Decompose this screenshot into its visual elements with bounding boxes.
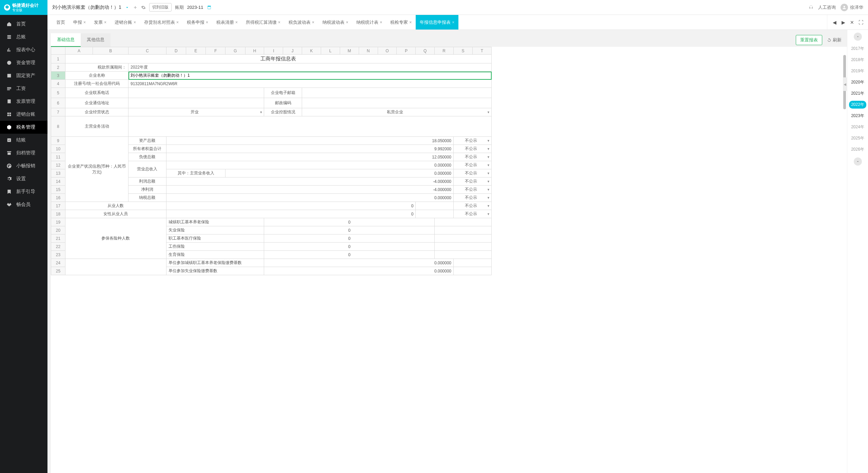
refresh-button[interactable]: 刷新: [827, 37, 842, 43]
holding-select[interactable]: 私营企业: [302, 108, 492, 116]
tabs-prev-icon[interactable]: ◀: [831, 20, 837, 25]
row-header-25[interactable]: 25: [51, 267, 65, 275]
account-settings-icon[interactable]: [141, 5, 146, 10]
ins-value-3[interactable]: 0: [264, 243, 435, 251]
account-dropdown-icon[interactable]: [125, 5, 130, 10]
fin-value-3[interactable]: 0.000000: [166, 161, 453, 169]
sidebar-item-vip[interactable]: 畅会员: [0, 198, 47, 211]
row-header-9[interactable]: 9: [51, 137, 65, 145]
ins-value-1[interactable]: 0: [264, 226, 435, 234]
col-header-H[interactable]: H: [245, 47, 264, 55]
female-employees-value[interactable]: 0: [166, 210, 415, 218]
row-header-23[interactable]: 23: [51, 251, 65, 259]
fin-disc-3[interactable]: 不公示: [454, 161, 492, 169]
main-biz-input[interactable]: [129, 116, 492, 137]
support-label[interactable]: 人工咨询: [818, 4, 836, 11]
row-header-5[interactable]: 5: [51, 88, 65, 98]
col-header-C[interactable]: C: [129, 47, 166, 55]
employees-disc[interactable]: 不公示: [454, 202, 492, 210]
tab-11[interactable]: 税检专家×: [386, 15, 416, 30]
tab-close-icon[interactable]: ×: [134, 20, 136, 25]
col-header-L[interactable]: L: [321, 47, 340, 55]
row-header-13[interactable]: 13: [51, 169, 65, 177]
tab-3[interactable]: 进销台账×: [111, 15, 140, 30]
tab-close-icon[interactable]: ×: [206, 20, 208, 25]
row-header-16[interactable]: 16: [51, 194, 65, 202]
row-header-6[interactable]: 6: [51, 98, 65, 108]
ins-value-2[interactable]: 0: [264, 234, 435, 243]
tab-close-icon[interactable]: ×: [104, 20, 106, 25]
row-header-18[interactable]: 18: [51, 210, 65, 218]
sidebar-item-guide[interactable]: 新手引导: [0, 185, 47, 198]
fin-value-5[interactable]: -4.000000: [166, 186, 453, 194]
row-header-15[interactable]: 15: [51, 186, 65, 194]
fin-disc-5[interactable]: 不公示: [454, 186, 492, 194]
tab-close-icon[interactable]: ×: [380, 20, 382, 25]
row-header-22[interactable]: 22: [51, 243, 65, 251]
tab-close-icon[interactable]: ×: [278, 20, 280, 25]
fin-disc-2[interactable]: 不公示: [454, 153, 492, 161]
col-header-S[interactable]: S: [454, 47, 473, 55]
row-header-14[interactable]: 14: [51, 177, 65, 186]
col-header-E[interactable]: E: [186, 47, 206, 55]
fin-disc-4[interactable]: 不公示: [454, 177, 492, 186]
reset-report-button[interactable]: 重置报表: [796, 35, 822, 45]
col-header-M[interactable]: M: [340, 47, 359, 55]
base-value-0[interactable]: 0.000000: [264, 259, 454, 267]
tabs-fullscreen-icon[interactable]: ⛶: [858, 20, 864, 25]
fin-value-0[interactable]: 18.050000: [166, 137, 453, 145]
row-header-8[interactable]: 8: [51, 116, 65, 137]
sidebar-item-reimburse[interactable]: 小畅报销: [0, 159, 47, 172]
sidebar-item-assets[interactable]: 固定资产: [0, 69, 47, 82]
tab-7[interactable]: 所得税汇算清缴×: [242, 15, 284, 30]
row-header-17[interactable]: 17: [51, 202, 65, 210]
tab-9[interactable]: 纳税波动表×: [318, 15, 352, 30]
tab-6[interactable]: 税表清册×: [212, 15, 242, 30]
col-header-P[interactable]: P: [397, 47, 416, 55]
tab-5[interactable]: 税务申报×: [183, 15, 212, 30]
col-header-N[interactable]: N: [359, 47, 378, 55]
ins-value-4[interactable]: 0: [264, 251, 435, 259]
row-header-7[interactable]: 7: [51, 108, 65, 116]
tab-close-icon[interactable]: ×: [452, 20, 454, 25]
row-header-4[interactable]: 4: [51, 80, 65, 88]
employees-value[interactable]: 0: [166, 202, 415, 210]
fin-sub-disc[interactable]: 不公示: [454, 169, 492, 177]
row-header-12[interactable]: 12: [51, 161, 65, 169]
tab-8[interactable]: 税负波动表×: [284, 15, 318, 30]
year-item-4[interactable]: 2021年: [849, 90, 866, 97]
support-headset-icon[interactable]: [809, 5, 813, 10]
tab-close-icon[interactable]: ×: [312, 20, 314, 25]
col-header-B[interactable]: B: [93, 47, 129, 55]
fin-value-4[interactable]: -4.000000: [166, 177, 453, 186]
fin-disc-0[interactable]: 不公示: [454, 137, 492, 145]
email-input[interactable]: [302, 88, 492, 98]
tab-12[interactable]: 年报信息申报表×: [416, 15, 458, 30]
row-header-24[interactable]: 24: [51, 259, 65, 267]
ins-value-0[interactable]: 0: [264, 218, 435, 226]
year-item-3[interactable]: 2020年: [849, 78, 866, 86]
tab-close-icon[interactable]: ×: [83, 20, 86, 25]
row-header-1[interactable]: 1: [51, 55, 65, 63]
col-header-I[interactable]: I: [264, 47, 283, 55]
sidebar-item-archive[interactable]: 归档管理: [0, 147, 47, 159]
period-value[interactable]: 2023-11: [187, 5, 203, 10]
sidebar-item-close[interactable]: 结账: [0, 134, 47, 147]
sidebar-item-tax[interactable]: 税务管理: [0, 121, 47, 134]
col-header-R[interactable]: R: [435, 47, 454, 55]
horizontal-scrollbar[interactable]: [51, 469, 847, 473]
col-header-O[interactable]: O: [378, 47, 397, 55]
tab-2[interactable]: 发票×: [90, 15, 111, 30]
col-header-T[interactable]: T: [472, 47, 491, 55]
tab-0[interactable]: 首页: [52, 15, 69, 30]
tab-1[interactable]: 申报×: [69, 15, 90, 30]
female-employees-disc[interactable]: 不公示: [454, 210, 492, 218]
row-header-2[interactable]: 2: [51, 63, 65, 72]
sidebar-item-payroll[interactable]: 工资: [0, 82, 47, 95]
spreadsheet[interactable]: ABCDEFGHIJKLMNOPQRST 1工商年报信息表2税款所属期间：202…: [51, 47, 847, 469]
sidebar-item-funds[interactable]: 资金管理: [0, 56, 47, 69]
postcode-input[interactable]: [302, 98, 492, 108]
period-value-cell[interactable]: 2022年度: [129, 63, 492, 72]
fin-value-1[interactable]: 9.992000: [166, 145, 453, 153]
sub-tab-1[interactable]: 其他信息: [81, 33, 111, 47]
